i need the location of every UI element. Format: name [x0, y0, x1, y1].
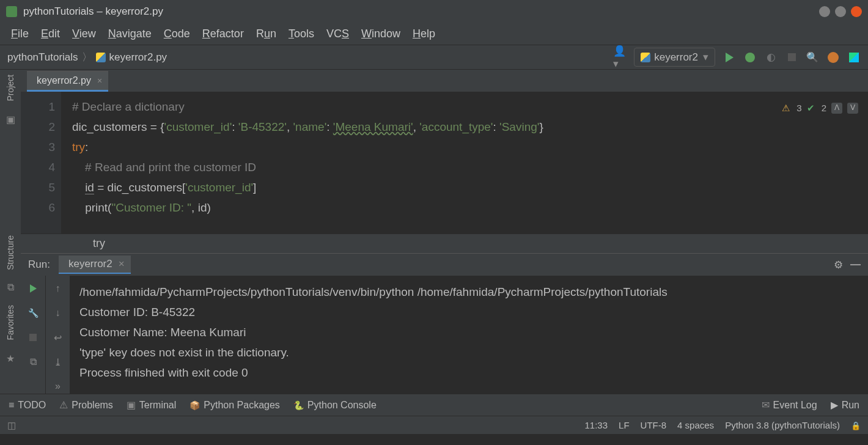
- code-text: }: [539, 120, 543, 133]
- python-console-tool-button[interactable]: Python Console: [293, 400, 377, 411]
- chevron-up-icon[interactable]: ᐱ: [831, 103, 842, 114]
- ide-features-icon[interactable]: [847, 51, 861, 64]
- label: Python Console: [307, 400, 377, 411]
- chevron-down-icon[interactable]: ᐯ: [847, 103, 858, 114]
- project-tool-button[interactable]: Project: [6, 75, 15, 101]
- run-toolbar-nav: [45, 276, 70, 394]
- cursor-position[interactable]: 11:33: [585, 420, 608, 430]
- menu-navigate[interactable]: Navigate: [102, 25, 158, 43]
- breadcrumb-project[interactable]: pythonTutorials: [7, 51, 78, 64]
- todo-icon: [9, 400, 14, 411]
- line-number: 5: [21, 177, 55, 197]
- problems-tool-button[interactable]: Problems: [59, 399, 113, 411]
- run-button[interactable]: [723, 51, 736, 64]
- python-packages-tool-button[interactable]: Python Packages: [189, 400, 280, 411]
- coverage-button[interactable]: ◐: [764, 51, 778, 64]
- event-log-tool-button[interactable]: Event Log: [762, 399, 817, 411]
- app-logo-icon: [6, 6, 17, 17]
- line-number: 2: [21, 117, 55, 137]
- editor-tabs: keyerror2.py ×: [21, 70, 868, 92]
- update-icon[interactable]: [826, 51, 840, 64]
- users-icon[interactable]: 👤▾: [613, 51, 627, 64]
- tool-windows-icon[interactable]: [7, 420, 16, 431]
- layout-icon[interactable]: [26, 355, 40, 369]
- maximize-icon[interactable]: [835, 6, 846, 17]
- line-separator[interactable]: LF: [619, 420, 630, 430]
- code-text: try: [72, 141, 85, 153]
- folder-icon[interactable]: ▣: [6, 114, 15, 125]
- arrow-down-icon[interactable]: [51, 306, 65, 320]
- code-text: "Customer ID: ": [111, 201, 191, 214]
- favorites-tool-button[interactable]: Favorites: [6, 305, 15, 340]
- menu-code[interactable]: Code: [158, 25, 196, 43]
- debug-button[interactable]: [743, 51, 757, 64]
- code-text: print(: [85, 201, 111, 214]
- stop-icon[interactable]: [26, 331, 40, 344]
- console-output[interactable]: /home/fahmida/PycharmProjects/pythonTuto…: [70, 276, 868, 394]
- run-icon: ▶: [831, 399, 838, 411]
- lock-icon[interactable]: [851, 420, 861, 430]
- editor-tab[interactable]: keyerror2.py ×: [27, 71, 108, 92]
- console-icon: [293, 400, 304, 411]
- title-bar: pythonTutorials – keyerror2.py: [0, 0, 868, 23]
- code-text: 'Meena Kumari': [333, 120, 413, 133]
- code-text: 'name': [293, 120, 326, 133]
- menu-tools[interactable]: Tools: [282, 25, 320, 43]
- run-tool-button[interactable]: ▶Run: [831, 399, 859, 411]
- python-interpreter[interactable]: Python 3.8 (pythonTutorials): [725, 420, 840, 430]
- code-text: :: [326, 120, 333, 133]
- menu-edit[interactable]: Edit: [35, 25, 66, 43]
- check-icon: [807, 98, 817, 118]
- code-text: :: [232, 120, 238, 133]
- code-text: ,: [191, 201, 198, 214]
- indent-setting[interactable]: 4 spaces: [677, 420, 714, 430]
- todo-tool-button[interactable]: TODO: [9, 400, 46, 411]
- code-text: = {: [150, 120, 164, 133]
- code-text: 'B-45322': [238, 120, 287, 133]
- close-icon[interactable]: [851, 6, 862, 17]
- arrow-up-icon[interactable]: [51, 282, 65, 295]
- inspection-widget[interactable]: 3 2 ᐱ ᐯ: [782, 98, 858, 118]
- problems-icon: [59, 399, 68, 411]
- menu-file[interactable]: File: [5, 25, 35, 43]
- menu-refactor[interactable]: Refactor: [196, 25, 250, 43]
- more-icon[interactable]: [51, 380, 65, 393]
- gear-icon[interactable]: [834, 259, 843, 271]
- stop-button[interactable]: [785, 51, 798, 64]
- search-icon[interactable]: [806, 51, 819, 64]
- warning-icon: [782, 98, 792, 118]
- menu-help[interactable]: Help: [406, 25, 441, 43]
- terminal-tool-button[interactable]: Terminal: [127, 399, 176, 411]
- line-number: 3: [21, 137, 55, 157]
- menu-window[interactable]: Window: [355, 25, 406, 43]
- code-content[interactable]: # Declare a dictionary dic_customers = {…: [61, 92, 868, 234]
- breadcrumb-file[interactable]: keyerror2.py: [109, 51, 167, 64]
- editor-breadcrumb[interactable]: try: [21, 234, 868, 253]
- run-tab[interactable]: keyerror2 ×: [59, 256, 131, 274]
- soft-wrap-icon[interactable]: [51, 331, 65, 344]
- file-encoding[interactable]: UTF-8: [641, 420, 667, 430]
- structure-tool-button[interactable]: Structure: [6, 235, 15, 270]
- minimize-icon[interactable]: [819, 6, 830, 17]
- code-text: :: [85, 141, 88, 153]
- close-tab-icon[interactable]: ×: [97, 76, 102, 86]
- hide-icon[interactable]: —: [850, 259, 861, 271]
- bottom-tool-bar: TODO Problems Terminal Python Packages P…: [0, 394, 868, 416]
- close-tab-icon[interactable]: ×: [119, 258, 125, 270]
- scroll-end-icon[interactable]: [51, 355, 65, 369]
- code-text: [72, 201, 85, 214]
- chevron-right-icon: 〉: [82, 50, 92, 64]
- wrench-icon[interactable]: [26, 306, 40, 320]
- menu-vcs[interactable]: VCS: [320, 25, 355, 43]
- line-gutter: 1 2 3 4 5 6: [21, 92, 61, 234]
- console-line: Process finished with exit code 0: [79, 362, 858, 383]
- code-editor[interactable]: 1 2 3 4 5 6 # Declare a dictionary dic_c…: [21, 92, 868, 234]
- rerun-button[interactable]: [26, 282, 40, 295]
- line-number: 6: [21, 197, 55, 218]
- menu-run[interactable]: Run: [250, 25, 282, 43]
- event-log-icon: [762, 399, 770, 411]
- run-config-selector[interactable]: keyerror2 ▾: [634, 48, 715, 67]
- python-file-icon: [96, 53, 106, 62]
- menu-view[interactable]: View: [66, 25, 102, 43]
- code-text: ): [207, 201, 210, 214]
